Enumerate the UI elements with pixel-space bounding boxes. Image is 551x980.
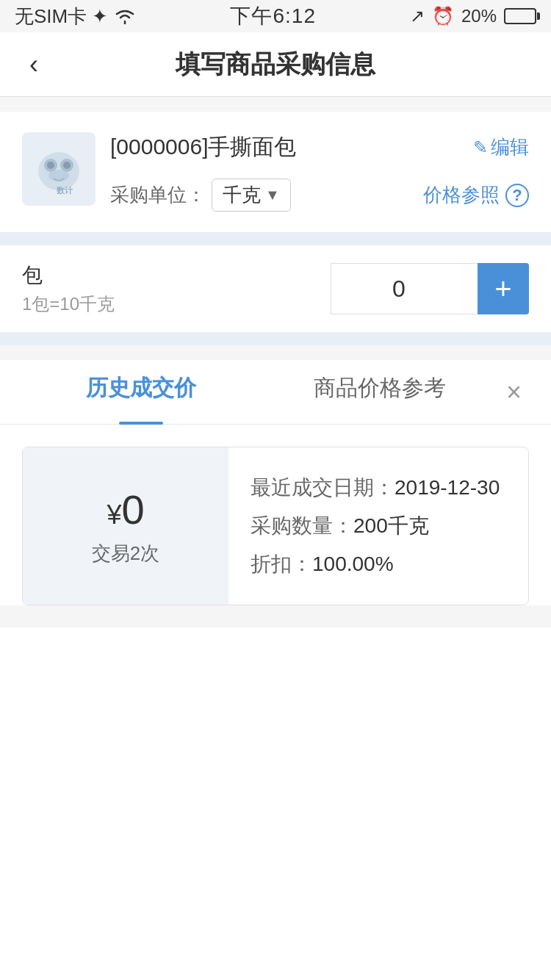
discount-row: 折扣：100.00% [251,550,506,578]
status-right: ↗ ⏰ 20% [410,6,536,26]
history-price-card: ¥0 交易2次 最近成交日期：2019-12-30 采购数量：200千克 折扣：… [22,447,529,605]
product-unit-row: 采购单位： 千克 ▼ 价格参照 ? [110,179,529,212]
section-divider [0,232,551,245]
edit-icon: ✎ [473,137,488,158]
purchase-qty-row: 采购数量：200千克 [251,512,506,540]
unit-label: 采购单位： [110,182,206,208]
status-bar: 无SIM卡 ✦ 下午6:12 ↗ ⏰ 20% [0,0,551,32]
discount-value: 100.00% [312,552,394,575]
svg-point-3 [47,162,54,169]
unit-selector-group: 采购单位： 千克 ▼ [110,179,291,212]
product-name: [0000006]手撕面包 [110,132,296,162]
unit-select-dropdown[interactable]: 千克 ▼ [212,179,291,212]
tab-product-price-ref[interactable]: 商品价格参考 [260,360,498,425]
quantity-unit-label: 包 [22,262,115,289]
trade-count: 交易2次 [92,541,159,566]
quantity-conversion-text: 1包=10千克 [22,292,115,316]
page-title: 填写商品采购信息 [176,48,375,82]
tab-price-ref-label: 商品价格参考 [314,373,446,403]
price-ref-help-icon: ? [505,184,529,207]
product-top: 数计 [0000006]手撕面包 ✎ 编辑 采购单位： 千克 ▼ [22,132,529,212]
price-value: 0 [121,486,144,533]
svg-point-5 [48,170,69,181]
wifi-icon [114,8,136,24]
alarm-icon: ⏰ [432,6,454,26]
product-logo-icon: 数计 [33,143,84,195]
product-info: [0000006]手撕面包 ✎ 编辑 采购单位： 千克 ▼ 价格参照 [110,132,529,212]
tab-active-underline [119,422,163,425]
product-title: 手撕面包 [208,134,296,159]
purchase-qty-label: 采购数量： [251,514,353,537]
main-content-area [0,627,551,980]
tab-history-price[interactable]: 历史成交价 [22,360,260,425]
quantity-label-group: 包 1包=10千克 [22,262,115,316]
back-button[interactable]: ‹ [22,42,46,87]
gps-icon: ↗ [410,6,425,26]
quantity-input-group: + [331,263,529,314]
product-card: 数计 [0000006]手撕面包 ✎ 编辑 采购单位： 千克 ▼ [0,112,551,232]
recent-date-row: 最近成交日期：2019-12-30 [251,474,506,502]
product-name-row: [0000006]手撕面包 ✎ 编辑 [110,132,529,162]
nav-bar: ‹ 填写商品采购信息 [0,32,551,97]
product-thumbnail: 数计 [22,132,96,206]
edit-button[interactable]: ✎ 编辑 [473,134,529,160]
edit-label: 编辑 [491,134,529,160]
carrier-text: 无SIM卡 ✦ [15,4,108,29]
battery-percent: 20% [461,6,497,26]
discount-label: 折扣： [251,552,312,575]
price-display: ¥0 [107,486,144,533]
quantity-input[interactable] [331,263,478,314]
status-time: 下午6:12 [230,2,316,30]
price-summary-left: ¥0 交易2次 [23,447,228,605]
status-left: 无SIM卡 ✦ [15,4,136,29]
purchase-qty-value: 200千克 [353,514,429,537]
price-ref-button[interactable]: 价格参照 ? [423,182,529,208]
svg-point-4 [63,162,71,169]
price-ref-label: 价格参照 [423,182,500,208]
product-id: [0000006] [110,134,208,159]
svg-text:数计: 数计 [56,186,73,195]
unit-select-value: 千克 [223,182,261,208]
section-divider-2 [0,332,551,345]
quantity-row: 包 1包=10千克 + [0,245,551,332]
tabs-header: 历史成交价 商品价格参考 × [0,360,551,425]
recent-date-value: 2019-12-30 [395,476,500,499]
price-detail-right: 最近成交日期：2019-12-30 采购数量：200千克 折扣：100.00% [228,447,528,605]
dropdown-arrow-icon: ▼ [265,187,280,203]
recent-date-label: 最近成交日期： [251,476,395,499]
quantity-plus-button[interactable]: + [478,263,529,314]
tab-history-label: 历史成交价 [86,373,196,403]
tabs-close-button[interactable]: × [499,370,529,415]
currency-symbol: ¥ [107,500,121,530]
battery-icon [504,8,536,24]
tabs-section: 历史成交价 商品价格参考 × ¥0 交易2次 最近成交日期：2019-12-30… [0,360,551,605]
